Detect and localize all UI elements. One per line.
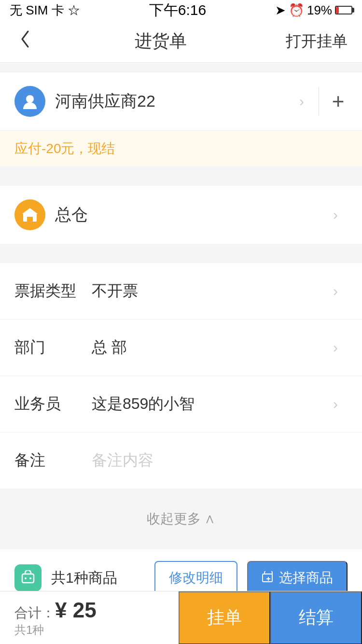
invoice-type-value: 不开票 bbox=[82, 280, 333, 302]
total-section: 合计： ¥ 25 共1种 bbox=[0, 598, 179, 638]
warehouse-chevron-icon: › bbox=[333, 207, 338, 223]
status-bar: 无 SIM 卡 ☆ 下午6:16 ➤ ⏰ 19% bbox=[0, 0, 362, 20]
warehouse-name: 总仓 bbox=[55, 204, 333, 226]
battery-level: 19% bbox=[307, 3, 332, 18]
svg-rect-3 bbox=[27, 217, 33, 222]
battery-icon bbox=[335, 6, 352, 14]
salesman-label: 业务员 bbox=[14, 393, 82, 415]
page-title: 进货单 bbox=[135, 29, 187, 53]
remark-row[interactable]: 备注 备注内容 bbox=[0, 433, 362, 489]
status-time: 下午6:16 bbox=[149, 0, 206, 20]
edit-detail-button[interactable]: 修改明细 bbox=[154, 561, 237, 595]
main-content: 河南供应商22 › + 应付-20元，现结 总仓 › 票据类型 不开票 › 部门… bbox=[0, 63, 362, 644]
svg-marker-2 bbox=[22, 208, 38, 214]
salesman-row[interactable]: 业务员 这是859的小智 › bbox=[0, 376, 362, 433]
bottom-bar: 合计： ¥ 25 共1种 挂单 结算 bbox=[0, 591, 362, 644]
collapse-bar[interactable]: 收起更多 ∧ bbox=[0, 498, 362, 540]
add-supplier-button[interactable]: + bbox=[319, 87, 348, 116]
salesman-value: 这是859的小智 bbox=[82, 393, 333, 415]
alarm-icon: ⏰ bbox=[289, 3, 304, 18]
select-product-label: 选择商品 bbox=[279, 569, 333, 587]
svg-point-5 bbox=[25, 577, 27, 579]
status-right: ➤ ⏰ 19% bbox=[275, 3, 352, 18]
sim-status: 无 SIM 卡 ☆ bbox=[10, 2, 80, 19]
location-icon: ➤ bbox=[275, 3, 286, 18]
invoice-type-label: 票据类型 bbox=[14, 280, 82, 302]
nav-bar: 进货单 打开挂单 bbox=[0, 20, 362, 63]
back-button[interactable] bbox=[14, 25, 36, 58]
total-count: 共1种 bbox=[14, 622, 164, 638]
total-label: 合计： bbox=[14, 604, 55, 622]
svg-point-0 bbox=[26, 95, 34, 103]
invoice-type-chevron-icon: › bbox=[333, 283, 338, 299]
department-value: 总 部 bbox=[82, 337, 333, 358]
svg-rect-7 bbox=[263, 574, 272, 582]
status-left: 无 SIM 卡 ☆ bbox=[10, 2, 80, 19]
checkout-button[interactable]: 结算 bbox=[270, 591, 362, 644]
pending-button[interactable]: 挂单 bbox=[179, 591, 270, 644]
department-chevron-icon: › bbox=[333, 339, 338, 356]
warehouse-section: 总仓 › bbox=[0, 186, 362, 244]
supplier-row[interactable]: 河南供应商22 › + bbox=[0, 72, 362, 131]
supplier-chevron-icon: › bbox=[299, 93, 304, 110]
supplier-avatar bbox=[14, 86, 45, 117]
products-count: 共1种商品 bbox=[51, 568, 145, 588]
svg-point-6 bbox=[29, 577, 31, 579]
salesman-chevron-icon: › bbox=[333, 396, 338, 412]
form-section: 票据类型 不开票 › 部门 总 部 › 业务员 这是859的小智 › 备注 备注… bbox=[0, 263, 362, 489]
supplier-name: 河南供应商22 bbox=[55, 90, 299, 112]
supplier-section: 河南供应商22 › + 应付-20元，现结 bbox=[0, 72, 362, 167]
warehouse-icon bbox=[14, 199, 45, 230]
remark-label: 备注 bbox=[14, 450, 82, 471]
open-pending-button[interactable]: 打开挂单 bbox=[286, 31, 348, 52]
cart-icon bbox=[262, 571, 275, 585]
department-row[interactable]: 部门 总 部 › bbox=[0, 320, 362, 376]
warehouse-row[interactable]: 总仓 › bbox=[0, 186, 362, 244]
select-product-button[interactable]: 选择商品 bbox=[247, 561, 348, 595]
invoice-type-row[interactable]: 票据类型 不开票 › bbox=[0, 263, 362, 320]
remark-input[interactable]: 备注内容 bbox=[82, 450, 348, 471]
products-icon bbox=[14, 564, 42, 591]
department-label: 部门 bbox=[14, 337, 82, 358]
total-amount: ¥ 25 bbox=[55, 598, 97, 622]
svg-rect-4 bbox=[22, 574, 34, 583]
supplier-notice: 应付-20元，现结 bbox=[0, 131, 362, 167]
